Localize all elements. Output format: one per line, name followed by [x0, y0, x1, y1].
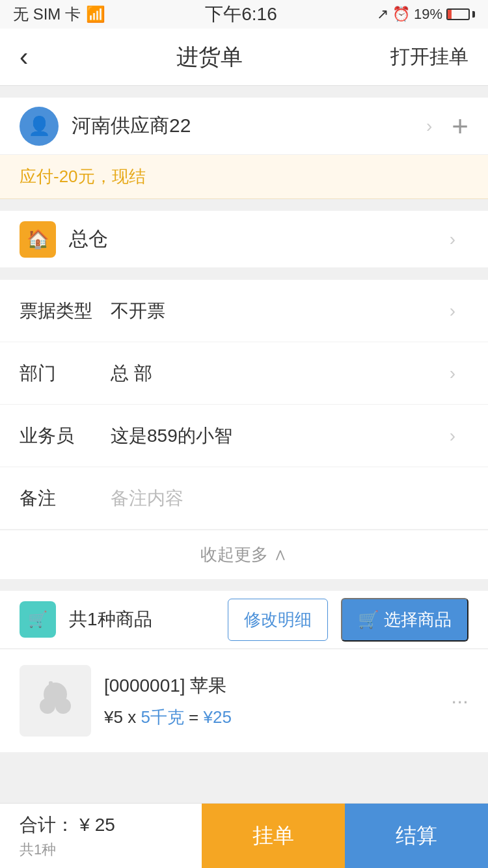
remark-placeholder: 备注内容 [111, 486, 468, 511]
supplier-avatar: 👤 [20, 107, 59, 146]
product-title: 苹果 [190, 675, 226, 696]
summary-info: 合计： ¥ 25 共1种 [0, 813, 202, 860]
notice-text: 应付-20元，现结 [20, 167, 146, 186]
battery-percent: 19% [414, 6, 442, 23]
checkout-button[interactable]: 结算 [345, 804, 488, 869]
product-header: 🛒 共1种商品 修改明细 🛒 选择商品 [0, 591, 488, 648]
open-pending-button[interactable]: 打开挂单 [390, 44, 468, 70]
back-button[interactable]: ‹ [20, 42, 28, 72]
department-label: 部门 [20, 361, 111, 386]
ticket-type-label: 票据类型 [20, 299, 111, 323]
form-section: 票据类型 不开票 › 部门 总 部 › 业务员 这是859的小智 › 备注 备注… [0, 280, 488, 579]
section-divider-1 [0, 86, 488, 98]
supplier-name: 河南供应商22 [72, 113, 426, 139]
edit-detail-button[interactable]: 修改明细 [228, 599, 328, 641]
warehouse-icon: 🏠 [20, 221, 56, 258]
ticket-type-value: 不开票 [111, 299, 450, 323]
status-bar: 无 SIM 卡 📶 下午6:16 ↗ ⏰ 19% [0, 0, 488, 29]
pending-button[interactable]: 挂单 [202, 804, 345, 869]
quantity: 5千克 [141, 707, 183, 727]
ticket-type-row[interactable]: 票据类型 不开票 › [0, 280, 488, 342]
alarm-icon: ⏰ [392, 6, 410, 23]
salesperson-row[interactable]: 业务员 这是859的小智 › [0, 405, 488, 467]
warehouse-name: 总仓 [69, 226, 450, 252]
product-id: [0000001] [104, 675, 190, 696]
remark-label: 备注 [20, 486, 111, 511]
warehouse-icon-symbol: 🏠 [27, 228, 49, 250]
battery-icon [446, 8, 475, 20]
product-icon: 🛒 [20, 601, 56, 638]
chevron-right-icon: › [450, 229, 455, 250]
product-count: 共1种商品 [69, 607, 215, 632]
salesperson-value: 这是859的小智 [111, 424, 450, 448]
chevron-right-icon: › [450, 301, 455, 321]
svg-rect-3 [49, 681, 53, 688]
bottom-bar: 合计： ¥ 25 共1种 挂单 结算 [0, 803, 488, 868]
chevron-right-icon: › [426, 116, 432, 137]
product-thumbnail [20, 665, 91, 737]
product-price-line: ¥5 x 5千克 = ¥25 [104, 706, 438, 729]
carrier-label: 无 SIM 卡 [13, 4, 81, 25]
chevron-right-icon: › [450, 363, 455, 384]
status-time: 下午6:16 [205, 2, 277, 27]
remark-row[interactable]: 备注 备注内容 [0, 467, 488, 530]
nav-bar: ‹ 进货单 打开挂单 [0, 29, 488, 86]
select-icon: 🛒 [358, 610, 379, 630]
svg-point-1 [40, 698, 55, 714]
add-supplier-button[interactable]: + [452, 110, 468, 142]
summary-total: 合计： ¥ 25 [20, 813, 182, 837]
total-price: ¥25 [204, 707, 232, 727]
total-label: 合计： [20, 815, 74, 835]
svg-point-2 [55, 698, 71, 714]
warehouse-row[interactable]: 🏠 总仓 › [0, 211, 488, 268]
department-value: 总 部 [111, 361, 450, 386]
department-row[interactable]: 部门 总 部 › [0, 342, 488, 405]
product-thumb-svg [29, 675, 81, 727]
unit-price: ¥5 x [104, 707, 141, 727]
equals: = [189, 707, 203, 727]
salesperson-label: 业务员 [20, 424, 111, 448]
total-amount: ¥ 25 [79, 815, 115, 835]
location-icon: ↗ [377, 6, 388, 23]
status-left: 无 SIM 卡 📶 [13, 4, 105, 25]
product-info: [0000001] 苹果 ¥5 x 5千克 = ¥25 [104, 673, 438, 729]
collapse-more-label: 收起更多 ∧ [200, 543, 287, 566]
select-product-button[interactable]: 🛒 选择商品 [341, 598, 468, 642]
wifi-icon: 📶 [86, 5, 105, 23]
select-product-label: 选择商品 [384, 608, 452, 631]
summary-count: 共1种 [20, 840, 182, 860]
supplier-avatar-icon: 👤 [28, 115, 51, 137]
product-name: [0000001] 苹果 [104, 673, 438, 698]
product-icon-symbol: 🛒 [28, 610, 47, 629]
page-title: 进货单 [176, 42, 243, 72]
supplier-row[interactable]: 👤 河南供应商22 › + [0, 98, 488, 155]
product-more-button[interactable]: ··· [451, 689, 468, 713]
product-item: [0000001] 苹果 ¥5 x 5千克 = ¥25 ··· [0, 649, 488, 752]
status-right: ↗ ⏰ 19% [377, 6, 475, 23]
collapse-more-bar[interactable]: 收起更多 ∧ [0, 530, 488, 579]
notice-bar: 应付-20元，现结 [0, 155, 488, 199]
chevron-right-icon: › [450, 426, 455, 446]
